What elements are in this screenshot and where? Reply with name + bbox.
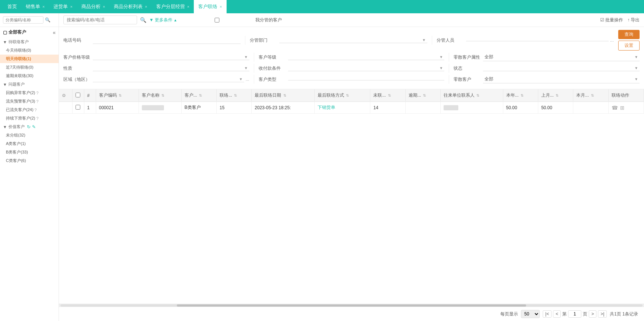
filter-retail-customer-select[interactable]: 全部 ▼ [483, 75, 640, 83]
query-button[interactable]: 查询 [618, 30, 640, 39]
col-this-year[interactable]: 本年... ⇅ [503, 89, 538, 102]
area-dots-icon[interactable]: ... [246, 77, 249, 82]
page-input[interactable] [568, 310, 581, 318]
sidebar-item-overdue[interactable]: 逾期未联络(30) [0, 72, 59, 80]
my-customers-checkbox[interactable] [180, 18, 254, 23]
filter-manager-select[interactable] [466, 39, 609, 41]
page-label: 第 [562, 311, 567, 317]
nav-purchase[interactable]: 进货单 × [49, 0, 77, 13]
filter-payment-select[interactable]: ▼ [288, 65, 445, 71]
last-page-button[interactable]: >| [598, 310, 607, 318]
filter-nature-select[interactable]: ▼ [93, 65, 249, 71]
sort-date-icon: ⇅ [283, 93, 286, 97]
nav-analysis[interactable]: 商品分析 × [77, 0, 109, 13]
horizontal-scrollbar[interactable] [59, 304, 644, 307]
sidebar-search-input[interactable] [3, 16, 43, 24]
row-checkbox-cell[interactable] [72, 102, 84, 114]
sidebar-item-churned[interactable]: 已流失客户(24) ? [0, 106, 59, 114]
col-last-date[interactable]: 最后联络日期 ⇅ [252, 89, 315, 102]
sidebar-item-ungrouped[interactable]: 未分组(32) [0, 131, 59, 139]
filter-dept-select[interactable]: ▼ [279, 37, 427, 43]
row-method-cell[interactable]: 下销货单 [314, 102, 370, 114]
sidebar-item-today[interactable]: 今天待联络(0) [0, 46, 59, 55]
value-refresh-icon[interactable]: ↻ [27, 124, 31, 130]
col-this-month[interactable]: 本月... ⇅ [573, 89, 608, 102]
action-contact-icon[interactable]: ☎ [612, 105, 618, 111]
my-customers-checkbox-label[interactable]: 我分管的客户 [180, 17, 282, 23]
nav-home[interactable]: 首页 [3, 0, 21, 13]
nav-purchase-close[interactable]: × [70, 4, 72, 9]
last-contact-method-link[interactable]: 下销货单 [318, 105, 335, 110]
batch-operation-button[interactable]: ☑ 批量操作 [600, 17, 623, 23]
help-icon-2[interactable]: ? [35, 108, 37, 112]
col-code[interactable]: 客户编码 ⇅ [96, 89, 139, 102]
filter-retail-attr-select[interactable]: 全部 ▼ [483, 53, 640, 61]
help-icon-1[interactable]: ? [36, 99, 38, 104]
sidebar-item-class-b[interactable]: B类客户(33) [0, 148, 59, 156]
col-last-month[interactable]: 上月... ⇅ [538, 89, 573, 102]
filter-actions: 查询 设置 [618, 30, 640, 51]
col-contact[interactable]: 联络... ⇅ [216, 89, 251, 102]
sidebar-search-icon[interactable]: 🔍 [45, 17, 50, 23]
nature-chevron-icon: ▼ [244, 66, 248, 70]
next-page-button[interactable]: > [589, 310, 596, 318]
scrollbar-thumb[interactable] [177, 304, 526, 307]
sidebar-item-abnormal[interactable]: 回购异常客户(2) ? [0, 89, 59, 97]
nav-analysis-close[interactable]: × [103, 4, 105, 9]
sidebar-pending-group[interactable]: ▼ 待联络客户 [0, 38, 59, 46]
col-num: # [84, 89, 96, 102]
nav-analysis-list[interactable]: 商品分析列表 × [109, 0, 151, 13]
manager-dots-icon[interactable]: ... [610, 38, 614, 43]
nav-sales[interactable]: 销售单 × [21, 0, 49, 13]
nav-sales-close[interactable]: × [42, 4, 45, 9]
filter-area-select[interactable]: ▼ [93, 76, 244, 82]
set-button[interactable]: 设置 [618, 41, 640, 51]
filter-price-grade-select[interactable]: ▼ [93, 54, 249, 60]
action-more-icon[interactable]: ⊞ [620, 105, 624, 111]
col-overdue[interactable]: 逾期... ⇅ [405, 89, 440, 102]
filter-status-select[interactable]: ▼ [483, 65, 640, 71]
per-page-select[interactable]: 50 100 200 [521, 310, 540, 318]
sidebar-item-class-a[interactable]: A类客户(1) [0, 139, 59, 148]
main-search-input[interactable] [63, 15, 137, 24]
select-all-checkbox[interactable] [76, 93, 80, 97]
filter-customer-type-select[interactable] [288, 79, 445, 80]
sidebar-item-churn-warning[interactable]: 流失预警客户(3) ? [0, 97, 59, 106]
sidebar-problem-group[interactable]: ▼ 问题客户 [0, 80, 59, 89]
table-settings-icon[interactable]: ⚙ [62, 93, 66, 98]
sidebar-item-7days[interactable]: 近7天待联络(0) [0, 63, 59, 72]
sidebar-value-group[interactable]: ▼ 价值客户 ↻ ✎ [0, 122, 59, 131]
col-no-contact[interactable]: 未联... ⇅ [370, 89, 405, 102]
more-filter-button[interactable]: ▼ 更多条件 ▲ [149, 17, 177, 23]
nav-analysis-list-close[interactable]: × [145, 4, 147, 9]
nav-customer-segment[interactable]: 客户分层经营 × [152, 0, 194, 13]
col-checkbox[interactable] [72, 89, 84, 102]
col-type[interactable]: 客户... ⇅ [181, 89, 216, 102]
sort-type-icon: ⇅ [199, 93, 202, 97]
first-page-button[interactable]: |< [543, 310, 552, 318]
col-unit-contact[interactable]: 往来单位联系人 ⇅ [441, 89, 503, 102]
sidebar-item-tomorrow[interactable]: 明天待联络(1) [0, 55, 59, 63]
value-edit-icon[interactable]: ✎ [32, 124, 36, 130]
filter-customer-grade: 客户等级 ▼ [259, 54, 445, 61]
sidebar-item-declining[interactable]: 持续下滑客户(2) ? [0, 114, 59, 122]
sidebar-collapse-icon[interactable]: « [53, 30, 56, 35]
help-icon-0[interactable]: ? [36, 91, 38, 95]
help-icon-3[interactable]: ? [36, 116, 38, 121]
sidebar-item-class-c[interactable]: C类客户(6) [0, 156, 59, 165]
col-last-method[interactable]: 最后联络方式 ⇅ [314, 89, 370, 102]
nav-contact-close[interactable]: × [220, 4, 222, 9]
row-action-cell: ☎ ⊞ [608, 102, 644, 114]
row-checkbox[interactable] [76, 105, 80, 110]
filter-phone-input[interactable] [93, 37, 241, 44]
row-contact-cell: 15 [216, 102, 251, 114]
export-button[interactable]: ↑ 导出 [627, 17, 640, 23]
main-search-icon[interactable]: 🔍 [140, 17, 146, 23]
col-settings[interactable]: ⚙ [59, 89, 72, 102]
nav-segment-close[interactable]: × [187, 4, 189, 9]
nav-customer-contact[interactable]: 客户联络 × [194, 0, 226, 13]
sidebar-all-customers[interactable]: ▢ 全部客户 « [0, 27, 59, 38]
col-name[interactable]: 客户名称 ⇅ [139, 89, 181, 102]
prev-page-button[interactable]: < [553, 310, 561, 318]
filter-customer-grade-select[interactable]: ▼ [288, 54, 445, 60]
